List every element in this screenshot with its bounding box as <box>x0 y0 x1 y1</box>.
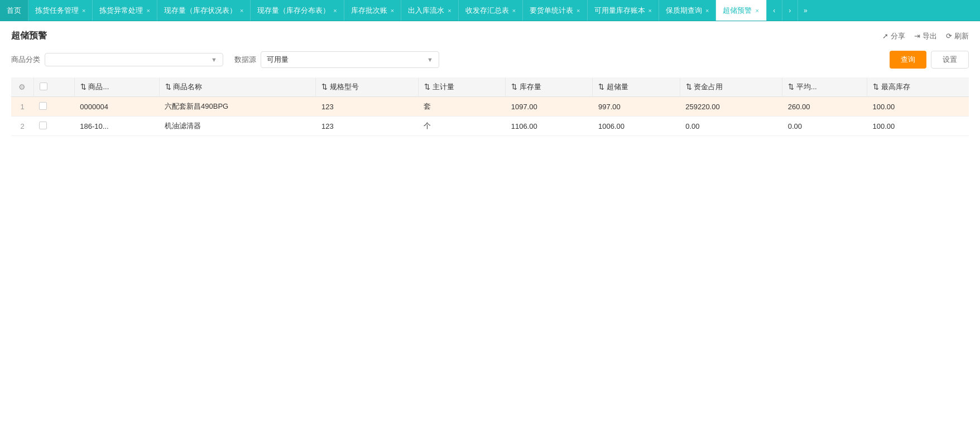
share-icon: ➚ <box>882 32 888 40</box>
col-checkbox-header <box>33 77 74 97</box>
table-settings-icon[interactable]: ⚙ <box>18 83 26 91</box>
query-button[interactable]: 查询 <box>890 51 926 69</box>
share-button[interactable]: ➚ 分享 <box>882 31 905 41</box>
nav-close-inventory-status[interactable]: × <box>240 7 243 14</box>
row-product-code-1: 0000004 <box>74 97 159 117</box>
nav-close-batch-account[interactable]: × <box>391 7 394 14</box>
sort-icon-spec: ⇅ <box>321 83 328 91</box>
col-inventory-header[interactable]: ⇅ 库存量 <box>506 77 593 97</box>
export-icon: ⇥ <box>914 32 920 40</box>
row-avg-2: 0.00 <box>782 117 867 136</box>
row-max-stock-1: 100.00 <box>867 97 969 117</box>
nav-item-quality-check[interactable]: 保质期查询 × <box>659 0 716 21</box>
sort-icon-product-name: ⇅ <box>165 83 171 91</box>
nav-item-available-ledger[interactable]: 可用量库存账本 × <box>588 0 659 21</box>
nav-arrow-end[interactable]: » <box>798 0 813 21</box>
nav-item-batch-account[interactable]: 库存批次账 × <box>344 0 401 21</box>
row-unit-1: 套 <box>418 97 505 117</box>
sort-icon-overstock: ⇅ <box>598 83 604 91</box>
sort-icon-product-code: ⇅ <box>80 83 87 91</box>
filter-row: 商品分类 ▼ 数据源 可用量 ▼ 查询 设置 <box>11 51 969 69</box>
nav-close-overstock-warning[interactable]: × <box>755 7 758 14</box>
nav-item-inventory-status[interactable]: 现存量（库存状况表） × <box>157 0 251 21</box>
sort-icon-avg: ⇅ <box>788 83 794 91</box>
row-capital-2: 0.00 <box>680 117 782 136</box>
col-unit-header[interactable]: ⇅ 主计量 <box>418 77 505 97</box>
page-title: 超储预警 <box>11 30 47 42</box>
col-spec-header[interactable]: ⇅ 规格型号 <box>316 77 418 97</box>
row-capital-1: 259220.00 <box>680 97 782 117</box>
nav-close-task-mgmt[interactable]: × <box>82 7 85 14</box>
sort-icon-inventory: ⇅ <box>511 83 517 91</box>
refresh-icon: ⟳ <box>946 32 952 40</box>
nav-close-inventory-dist[interactable]: × <box>333 7 337 14</box>
row-num-1: 1 <box>11 97 33 117</box>
settings-button[interactable]: 设置 <box>931 51 969 69</box>
page-header: 超储预警 ➚ 分享 ⇥ 导出 ⟳ 刷新 <box>11 30 969 42</box>
row-num-2: 2 <box>11 117 33 136</box>
row-overstock-2: 1006.00 <box>593 117 680 136</box>
data-table: ⚙ ⇅ 商品... ⇅ 商品名称 ⇅ 规格型号 ⇅ <box>11 77 969 136</box>
datasource-select[interactable]: 可用量 ▼ <box>261 51 439 68</box>
main-content: 超储预警 ➚ 分享 ⇥ 导出 ⟳ 刷新 商品分类 ▼ 数据源 <box>0 21 980 446</box>
datasource-select-value: 可用量 <box>267 55 289 65</box>
table-header-row: ⚙ ⇅ 商品... ⇅ 商品名称 ⇅ 规格型号 ⇅ <box>11 77 969 97</box>
nav-close-order-stats[interactable]: × <box>577 7 580 14</box>
nav-arrow-right[interactable]: › <box>782 0 798 21</box>
row-product-code-2: 186-10... <box>74 117 159 136</box>
datasource-filter: 数据源 可用量 ▼ <box>234 51 439 68</box>
col-max-stock-header[interactable]: ⇅ 最高库存 <box>867 77 969 97</box>
nav-close-available-ledger[interactable]: × <box>648 7 652 14</box>
table-row: 1 0000004 六配套新昌490BPG 123 套 1097.00 997.… <box>11 97 969 117</box>
category-select[interactable]: ▼ <box>45 53 223 66</box>
row-overstock-1: 997.00 <box>593 97 680 117</box>
row-inventory-2: 1106.00 <box>506 117 593 136</box>
row-avg-1: 260.00 <box>782 97 867 117</box>
category-filter: 商品分类 ▼ <box>11 53 223 66</box>
row-unit-2: 个 <box>418 117 505 136</box>
category-label: 商品分类 <box>11 55 40 65</box>
nav-close-quality-check[interactable]: × <box>705 7 709 14</box>
row-spec-1: 123 <box>316 97 418 117</box>
sort-icon-unit: ⇅ <box>424 83 430 91</box>
nav-item-exception-handling[interactable]: 拣货异常处理 × <box>93 0 157 21</box>
category-dropdown-arrow: ▼ <box>211 56 217 63</box>
refresh-button[interactable]: ⟳ 刷新 <box>946 31 969 41</box>
nav-item-home[interactable]: 首页 <box>0 0 28 21</box>
row-select-checkbox-2[interactable] <box>39 122 47 129</box>
nav-item-overstock-warning[interactable]: 超储预警 × <box>716 0 766 21</box>
row-product-name-2: 机油滤清器 <box>159 117 316 136</box>
row-checkbox-2[interactable] <box>33 117 74 136</box>
row-spec-2: 123 <box>316 117 418 136</box>
sort-icon-max-stock: ⇅ <box>873 83 879 91</box>
table-row: 2 186-10... 机油滤清器 123 个 1106.00 1006.00 … <box>11 117 969 136</box>
nav-item-task-mgmt[interactable]: 拣货任务管理 × <box>28 0 93 21</box>
header-actions: ➚ 分享 ⇥ 导出 ⟳ 刷新 <box>882 31 969 41</box>
row-max-stock-2: 100.00 <box>867 117 969 136</box>
nav-item-inout-flow[interactable]: 出入库流水 × <box>401 0 458 21</box>
row-select-checkbox-1[interactable] <box>39 102 47 110</box>
row-product-name-1: 六配套新昌490BPG <box>159 97 316 117</box>
nav-arrow-left[interactable]: ‹ <box>766 0 782 21</box>
nav-close-inout-flow[interactable]: × <box>448 7 451 14</box>
col-capital-header[interactable]: ⇅ 资金占用 <box>680 77 782 97</box>
select-all-checkbox[interactable] <box>40 83 47 90</box>
col-product-name-header[interactable]: ⇅ 商品名称 <box>159 77 316 97</box>
col-settings: ⚙ <box>11 77 33 97</box>
row-checkbox-1[interactable] <box>33 97 74 117</box>
datasource-label: 数据源 <box>234 55 256 65</box>
export-button[interactable]: ⇥ 导出 <box>914 31 937 41</box>
sort-icon-capital: ⇅ <box>686 83 692 91</box>
nav-close-recv-send-summary[interactable]: × <box>512 7 516 14</box>
filter-actions: 查询 设置 <box>890 51 969 69</box>
top-navigation: 首页 拣货任务管理 × 拣货异常处理 × 现存量（库存状况表） × 现存量（库存… <box>0 0 980 21</box>
nav-item-inventory-dist[interactable]: 现存量（库存分布表） × <box>251 0 344 21</box>
row-inventory-1: 1097.00 <box>506 97 593 117</box>
nav-close-exception-handling[interactable]: × <box>146 7 150 14</box>
nav-item-order-stats[interactable]: 要货单统计表 × <box>523 0 587 21</box>
datasource-dropdown-arrow: ▼ <box>427 56 433 63</box>
col-avg-header[interactable]: ⇅ 平均... <box>782 77 867 97</box>
col-product-code-header[interactable]: ⇅ 商品... <box>74 77 159 97</box>
nav-item-recv-send-summary[interactable]: 收发存汇总表 × <box>459 0 523 21</box>
col-overstock-header[interactable]: ⇅ 超储量 <box>593 77 680 97</box>
